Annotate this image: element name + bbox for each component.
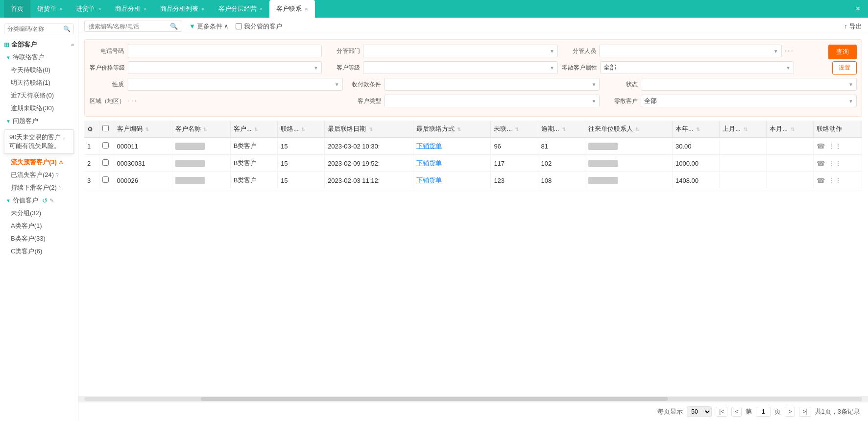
next-page-btn[interactable]: > (785, 407, 795, 417)
sidebar-item-churn-warning[interactable]: 流失预警客户(3) ⚠ (0, 156, 78, 169)
sort-icon-type[interactable]: ⇅ (254, 126, 258, 132)
action-more-icon[interactable]: ⋮⋮ (828, 159, 842, 167)
prev-page-btn[interactable]: < (731, 407, 742, 417)
sort-icon-this-year[interactable]: ⇅ (696, 126, 700, 132)
filter-select-status[interactable]: ▼ (641, 78, 857, 91)
sort-icon-overdue[interactable]: ⇅ (562, 126, 566, 132)
my-customers-checkbox[interactable] (236, 23, 242, 29)
more-conditions-btn[interactable]: ▼ 更多条件 ∧ (186, 21, 232, 32)
filter-input-phone[interactable] (127, 45, 322, 57)
row-checkbox[interactable] (102, 142, 109, 149)
tab-analysis[interactable]: 商品分析 × (108, 0, 153, 18)
filter-select-customer-level[interactable]: ▼ (363, 61, 558, 74)
contact-method-link[interactable]: 下销货单 (416, 142, 442, 149)
th-contact-person[interactable]: 往来单位联系人 ⇅ (585, 121, 672, 138)
tab-purchase[interactable]: 进货单 × (69, 0, 108, 18)
filter-select-scatter-attr[interactable]: 全部 ▼ (600, 61, 794, 74)
query-button[interactable]: 查询 (828, 45, 857, 59)
sidebar-item-overdue[interactable]: 逾期未联络(30) (0, 102, 78, 115)
tab-analysis-list-close[interactable]: × (201, 6, 204, 12)
filter-search-icon[interactable]: 🔍 (170, 23, 178, 30)
th-name[interactable]: 客户名称 ⇅ (172, 121, 230, 138)
filter-search-input[interactable] (89, 23, 168, 30)
th-contact[interactable]: 联络... ⇅ (277, 121, 324, 138)
sidebar-item-today[interactable]: 今天待联络(0) (0, 64, 78, 76)
my-customers-checkbox-label[interactable]: 我分管的客户 (236, 22, 282, 31)
scrollbar-track[interactable] (84, 397, 862, 401)
th-this-month[interactable]: 本月... ⇅ (767, 121, 814, 138)
scrollbar-thumb[interactable] (201, 397, 668, 401)
sidebar-item-ungroup[interactable]: 未分组(32) (0, 207, 78, 220)
tab-customer-layer[interactable]: 客户分层经营 × (212, 0, 269, 18)
last-page-btn[interactable]: >| (799, 407, 811, 417)
contact-method-link[interactable]: 下销货单 (416, 176, 442, 184)
sidebar-item-class-b[interactable]: B类客户(33) (0, 232, 78, 245)
row-checkbox[interactable] (102, 176, 109, 183)
sidebar-item-declining[interactable]: 持续下滑客户(2) ? (0, 181, 78, 194)
sidebar-item-class-a[interactable]: A类客户(1) (0, 220, 78, 232)
th-last-method[interactable]: 最后联络方式 ⇅ (413, 121, 491, 138)
sort-icon-last-date[interactable]: ⇅ (369, 126, 373, 132)
export-btn[interactable]: ↑ 导出 (844, 22, 863, 31)
cell-last-method[interactable]: 下销货单 (413, 138, 491, 155)
th-checkbox[interactable] (99, 121, 114, 138)
horizontal-scrollbar[interactable] (78, 396, 868, 402)
th-no-contact[interactable]: 未联... ⇅ (491, 121, 538, 138)
sort-icon-this-month[interactable]: ⇅ (791, 126, 795, 132)
cell-checkbox[interactable] (99, 172, 114, 189)
action-contact-icon[interactable]: ☎ (817, 142, 825, 150)
tab-analysis-list[interactable]: 商品分析列表 × (153, 0, 211, 18)
filter-select-customer-type[interactable]: ▼ (384, 95, 600, 107)
filter-select-payment[interactable]: ▼ (384, 78, 600, 91)
filter-dots-region[interactable]: ··· (128, 97, 137, 105)
filter-select-dept[interactable]: ▼ (363, 45, 558, 57)
filter-select-nature[interactable]: ▼ (127, 78, 343, 91)
tab-analysis-close[interactable]: × (144, 6, 146, 12)
sidebar-collapse-btn[interactable]: « (71, 42, 74, 48)
sort-icon-name[interactable]: ⇅ (203, 126, 207, 132)
th-overdue[interactable]: 逾期... ⇅ (538, 121, 585, 138)
cell-last-method[interactable]: 下销货单 (413, 172, 491, 189)
value-refresh-icon[interactable]: ↺ (42, 197, 48, 204)
cell-last-method[interactable]: 下销货单 (413, 155, 491, 172)
filter-select-scatter[interactable]: 全部 ▼ (641, 95, 857, 107)
th-type[interactable]: 客户... ⇅ (230, 121, 277, 138)
tab-customer-contact-close[interactable]: × (305, 6, 308, 12)
filter-select-person[interactable]: ▼ (599, 45, 782, 57)
filter-dots-person[interactable]: ··· (785, 47, 794, 55)
sort-icon-code[interactable]: ⇅ (145, 126, 149, 132)
filter-select-price-level[interactable]: ▼ (128, 61, 322, 74)
th-last-date[interactable]: 最后联络日期 ⇅ (325, 121, 413, 138)
tab-sales-close[interactable]: × (59, 6, 62, 12)
group-pending-contact[interactable]: ▼ 待联络客户 (0, 51, 78, 64)
action-contact-icon[interactable]: ☎ (817, 176, 825, 184)
cell-checkbox[interactable] (99, 155, 114, 172)
tab-purchase-close[interactable]: × (98, 6, 101, 12)
action-more-icon[interactable]: ⋮⋮ (828, 176, 842, 184)
row-checkbox[interactable] (102, 159, 109, 166)
sidebar-item-7days[interactable]: 近7天待联络(0) (0, 89, 78, 102)
sidebar-item-churned[interactable]: 已流失客户(24) ? (0, 169, 78, 181)
tab-sales[interactable]: 销货单 × (30, 0, 69, 18)
sort-icon-last-method[interactable]: ⇅ (457, 126, 461, 132)
all-customers-header[interactable]: ⊞ 全部客户 « (0, 38, 78, 51)
sort-icon-last-month[interactable]: ⇅ (744, 126, 747, 132)
contact-method-link[interactable]: 下销货单 (416, 159, 442, 167)
th-code[interactable]: 客户编码 ⇅ (114, 121, 172, 138)
th-this-year[interactable]: 本年... ⇅ (672, 121, 719, 138)
settings-button[interactable]: 设置 (832, 61, 857, 74)
page-num-input[interactable] (756, 407, 771, 417)
sort-icon-contact[interactable]: ⇅ (301, 126, 305, 132)
action-more-icon[interactable]: ⋮⋮ (828, 142, 842, 150)
sidebar-item-class-c[interactable]: C类客户(6) (0, 245, 78, 258)
page-size-select[interactable]: 50 100 (687, 406, 712, 417)
window-close-button[interactable]: × (852, 2, 864, 15)
th-last-month[interactable]: 上月... ⇅ (720, 121, 767, 138)
select-all-checkbox[interactable] (102, 125, 109, 131)
gear-icon[interactable]: ⚙ (87, 125, 93, 133)
tab-home[interactable]: 首页 (4, 0, 30, 18)
value-edit-icon[interactable]: ✎ (49, 198, 54, 204)
sidebar-item-tomorrow[interactable]: 明天待联络(1) (0, 76, 78, 89)
sort-icon-no-contact[interactable]: ⇅ (515, 126, 519, 132)
tab-customer-layer-close[interactable]: × (260, 6, 263, 12)
